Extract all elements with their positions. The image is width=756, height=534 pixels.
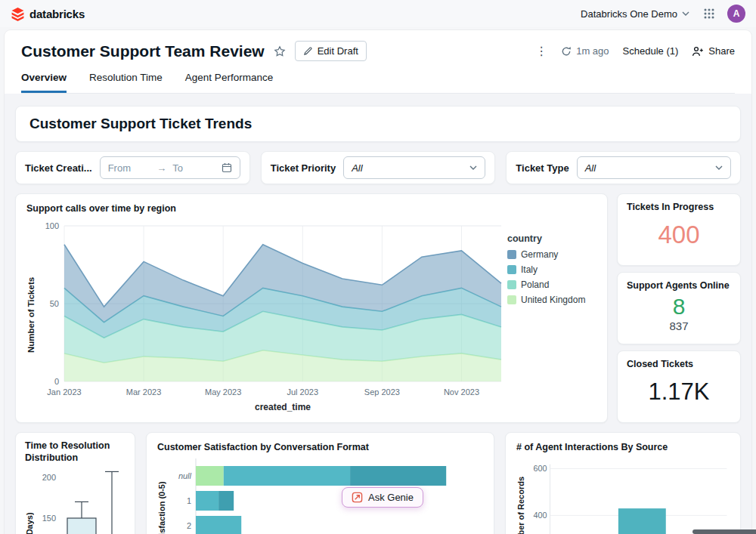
ask-genie-button[interactable]: Ask Genie: [342, 487, 423, 508]
kpi-value: 8: [673, 295, 686, 319]
kebab-menu-icon[interactable]: ⋮: [535, 45, 547, 57]
filter-ticket-creation-date: Ticket Creati... From → To: [15, 151, 250, 184]
pencil-icon: [303, 46, 313, 56]
svg-text:Nov 2023: Nov 2023: [444, 387, 479, 397]
selected-value: All: [352, 162, 463, 174]
widgets-row-2: Time to Resolution Distribution (Days) 1…: [15, 432, 741, 534]
avatar-initial: A: [733, 8, 740, 19]
bar-segment: [218, 491, 234, 511]
legend-item-italy[interactable]: Italy: [507, 264, 592, 275]
chart-agent-interactions: # of Agent Interactions By Source Number…: [505, 432, 741, 534]
bar-segment: [350, 466, 446, 486]
y-axis-title: Satisfaction (0-5): [157, 458, 169, 534]
kpi-title: Closed Tickets: [627, 359, 731, 369]
ticket-priority-select[interactable]: All: [343, 156, 485, 179]
tab-resolution-time[interactable]: Resolution Time: [89, 72, 163, 93]
dashboard-header: Customer Support Team Review Edit Draft …: [5, 30, 751, 94]
chart-resolution-distribution: Time to Resolution Distribution (Days) 1…: [15, 432, 135, 534]
kpi-title: Tickets In Progress: [627, 202, 731, 212]
genie-icon: [352, 492, 363, 503]
legend-item-poland[interactable]: Poland: [507, 279, 592, 290]
svg-text:400: 400: [533, 511, 547, 520]
svg-text:600: 600: [533, 464, 547, 473]
svg-text:null: null: [178, 471, 192, 480]
bar-segment: [196, 491, 218, 511]
favorite-star-icon[interactable]: [274, 45, 286, 57]
svg-text:0: 0: [54, 377, 59, 386]
legend-swatch: [507, 265, 516, 274]
chart-legend: country GermanyItalyPolandUnited Kingdom: [507, 217, 592, 413]
databricks-home-link[interactable]: databricks: [11, 7, 85, 21]
refresh-age: 1m ago: [576, 45, 609, 57]
ticket-type-select[interactable]: All: [577, 156, 731, 179]
kpi-tickets-in-progress: Tickets In Progress 400: [617, 193, 741, 266]
horizontal-scrollbar-thumb[interactable]: [692, 529, 756, 534]
svg-text:100: 100: [45, 221, 59, 230]
svg-text:200: 200: [42, 473, 56, 482]
date-to-placeholder: To: [172, 162, 215, 174]
chart-title: # of Agent Interactions By Source: [516, 442, 730, 454]
kpi-column: Tickets In Progress 400 Support Agents O…: [617, 193, 741, 423]
share-people-icon: [692, 46, 704, 57]
svg-text:Mar 2023: Mar 2023: [126, 387, 161, 397]
chart-title: Customer Satisfaction by Conversation Fo…: [157, 442, 483, 454]
dashboard-canvas: Customer Support Ticket Trends Ticket Cr…: [5, 94, 751, 534]
workspace-name: Databricks One Demo: [581, 8, 677, 20]
kpi-value: 400: [658, 222, 699, 248]
dashboard-panel: Customer Support Team Review Edit Draft …: [5, 30, 751, 534]
apps-grid-icon[interactable]: [703, 8, 715, 20]
y-axis-title: Number of Records: [516, 458, 528, 534]
svg-text:150: 150: [42, 514, 56, 523]
bar: [618, 508, 666, 534]
legend-swatch: [507, 280, 516, 289]
svg-text:May 2023: May 2023: [205, 387, 241, 397]
filter-label: Ticket Type: [516, 162, 569, 174]
calendar-icon: [222, 162, 232, 173]
tab-overview[interactable]: Overview: [21, 72, 67, 93]
kpi-support-agents-online: Support Agents Online 8 837: [617, 272, 741, 344]
refresh-icon: [561, 46, 572, 57]
boxplot-box: [67, 518, 96, 534]
section-title: Customer Support Ticket Trends: [29, 116, 252, 131]
legend-swatch: [507, 250, 516, 259]
svg-text:50: 50: [50, 299, 59, 308]
ask-genie-label: Ask Genie: [368, 492, 414, 503]
edit-draft-label: Edit Draft: [318, 45, 358, 57]
refresh-button[interactable]: 1m ago: [561, 45, 609, 57]
avatar[interactable]: A: [727, 5, 745, 23]
workspace-switcher[interactable]: Databricks One Demo: [581, 8, 689, 20]
tab-agent-performance[interactable]: Agent Performance: [185, 72, 273, 93]
area-chart: 050100Jan 2023Mar 2023May 2023Jul 2023Se…: [39, 217, 507, 413]
filter-ticket-priority: Ticket Priority All: [261, 151, 496, 184]
chart-title: Support calls over time by region: [26, 203, 596, 214]
chart-title: Time to Resolution Distribution: [25, 440, 125, 464]
date-range-input[interactable]: From → To: [100, 156, 240, 179]
filter-label: Ticket Priority: [271, 162, 336, 174]
filter-label: Ticket Creati...: [25, 162, 92, 174]
svg-text:Sep 2023: Sep 2023: [364, 387, 400, 397]
share-label: Share: [708, 45, 735, 57]
section-title-card: Customer Support Ticket Trends: [15, 106, 741, 142]
share-button[interactable]: Share: [692, 45, 735, 57]
selected-value: All: [585, 162, 709, 174]
svg-text:Jan 2023: Jan 2023: [47, 387, 81, 397]
bar-segment: [224, 466, 350, 486]
widgets-row-1: Support calls over time by region Number…: [15, 193, 741, 423]
bar-segment: [196, 516, 241, 534]
schedule-button[interactable]: Schedule (1): [623, 45, 679, 57]
databricks-logo-icon: [11, 7, 25, 21]
legend-title: country: [507, 233, 592, 244]
edit-draft-button[interactable]: Edit Draft: [295, 41, 367, 61]
y-axis-title: (Days): [25, 468, 36, 534]
range-arrow: →: [156, 162, 166, 174]
svg-text:Jul 2023: Jul 2023: [287, 387, 318, 397]
kpi-value: 1.17K: [648, 380, 709, 405]
filter-ticket-type: Ticket Type All: [506, 151, 741, 184]
legend-item-germany[interactable]: Germany: [507, 249, 592, 260]
bar-chart: 600400: [528, 458, 730, 534]
legend-swatch: [507, 295, 516, 304]
svg-text:1: 1: [187, 496, 191, 505]
legend-item-united-kingdom[interactable]: United Kingdom: [507, 295, 592, 305]
svg-text:2: 2: [187, 521, 191, 530]
page-title: Customer Support Team Review: [21, 42, 265, 60]
